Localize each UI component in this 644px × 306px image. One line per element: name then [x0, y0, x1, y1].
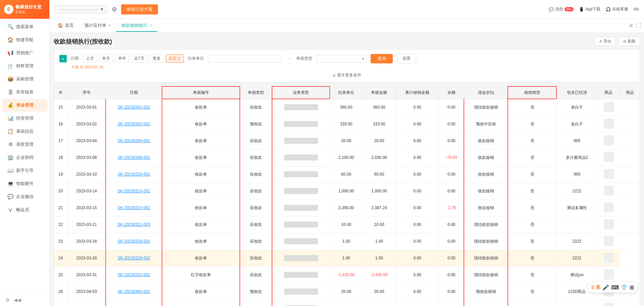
tab-bar: 🏠 首页 预计应付单 × 收款核销执行 × ✕ ⛶ [50, 19, 644, 33]
gear-icon[interactable]: ⚙ [112, 6, 117, 13]
this-year-btn[interactable]: 本年 [115, 54, 129, 63]
sidebar-icon-sales: 🛒 [7, 63, 13, 69]
sidebar-item-enterprise[interactable]: 🏢企业协同 [2, 151, 47, 164]
th-goods: 商品 [597, 86, 620, 99]
td-balance: 0.00 [396, 99, 439, 116]
td-biz-type: 应收款 [240, 166, 272, 183]
more-btn[interactable]: 更多 [150, 54, 164, 63]
grid-icon[interactable]: ⊞ [630, 284, 634, 291]
last-month-btn[interactable]: 上月 [83, 54, 97, 63]
td-cash-discount: 0.00 [439, 116, 464, 132]
voucher-type-select[interactable] [316, 55, 367, 63]
sidebar-item-system[interactable]: ⚙系统管理 [2, 138, 47, 151]
voucher-no-link[interactable]: SK-20230331-002 [118, 272, 150, 277]
tab-home[interactable]: 🏠 首页 [52, 20, 79, 32]
voucher-no-link[interactable]: SK-20230328-002 [118, 256, 150, 260]
table-row: 222023-03-21SK-20230321-003收款单应收款███████… [54, 216, 640, 233]
tab-pending[interactable]: 预计应付单 × [79, 20, 116, 32]
td-include-settled: 否 [508, 116, 556, 132]
td-accumulated: 360.00 [363, 99, 395, 116]
td-voucher-type: 收款单 [162, 99, 240, 116]
sidebar-item-search[interactable]: 🔍搜索菜单 [2, 20, 47, 33]
sidebar-item-purchase[interactable]: 📦采购管理 [2, 73, 47, 85]
table-row: 262023-04-03SK-20230403-002收款单预收款███████… [54, 283, 640, 300]
sidebar-item-wechat[interactable]: 💬企业微信 [2, 190, 47, 203]
shirt-icon[interactable]: 👕 [621, 284, 628, 291]
tab-pending-close[interactable]: × [108, 23, 111, 28]
refresh-button[interactable]: ↺ 刷新 [619, 37, 640, 46]
query-button[interactable]: 查询 [371, 54, 393, 63]
mic-icon[interactable]: 🎤 [602, 284, 609, 291]
td-biz-type: 预收款 [240, 116, 272, 132]
sidebar-item-finance[interactable]: 💰资金管理 [2, 99, 47, 112]
export-icon: ↗ [599, 39, 602, 44]
dropdown-arrow-icon: ▼ [100, 7, 104, 12]
export-button[interactable]: ↗ 导出 [594, 37, 616, 46]
td-goods: 2222 [556, 250, 597, 266]
module-dropdown[interactable]: ────────────── ▼ [55, 5, 108, 13]
voucher-no-link[interactable]: SK-20230321-003 [118, 222, 150, 227]
service-action[interactable]: 🎧 在线客服 [606, 6, 628, 12]
td-biz-type: 应收款 [240, 132, 272, 149]
td-voucher-type: 收款单 [162, 199, 240, 216]
solution-button[interactable]: 体验行业方案 [121, 4, 158, 14]
voucher-no-link[interactable]: SK-20230304-001 [118, 138, 150, 143]
message-action[interactable]: 💬 消息 99+ [549, 6, 574, 12]
collapse-icon[interactable]: ◀◀ [14, 297, 21, 303]
counter-party-input[interactable] [208, 55, 282, 63]
td-include-settled: 否 [508, 132, 556, 149]
voucher-type-label: 单据类型 [296, 56, 312, 61]
td-counter-party: ██████████ [272, 99, 330, 116]
td-goods2 [597, 300, 620, 306]
sidebar-item-operation[interactable]: 📊经营管理 [2, 112, 47, 125]
sidebar-item-marketing[interactable]: 📢营销推广 [2, 47, 47, 59]
settings-button[interactable]: 设置 [397, 54, 416, 63]
td-cancel-type: 现结收款核销 [464, 266, 508, 283]
td-amount: 100.00 [330, 300, 363, 306]
app-download-action[interactable]: 📱 App下载 [579, 6, 600, 12]
sidebar-item-member[interactable]: V畅会员 [2, 203, 47, 216]
sidebar-label-inventory: 库存核算 [16, 89, 34, 95]
td-counter-party: ██████████ [272, 183, 330, 199]
td-accumulated: 1.00 [363, 233, 395, 250]
last7-btn[interactable]: 近7天 [131, 54, 148, 63]
voucher-no-link[interactable]: SK-20230310-001 [118, 172, 150, 177]
filter-collapse-button[interactable]: » [59, 55, 67, 62]
voucher-no-link[interactable]: SK-20230403-002 [118, 289, 150, 294]
td-balance: 0.00 [396, 149, 439, 166]
settings-icon[interactable]: ⚙ [5, 297, 10, 303]
voucher-no-link[interactable]: SK-20230301-002 [118, 105, 150, 110]
expand-more-row[interactable]: ∨ 展开更多条件 [59, 72, 634, 78]
sidebar-item-hardware[interactable]: 💻智能硬件 [2, 177, 47, 190]
voucher-no-link[interactable]: SK-20230314-001 [118, 189, 150, 193]
voucher-no-link[interactable]: SK-20230308-001 [118, 155, 150, 160]
this-month-btn[interactable]: 本月 [99, 54, 113, 63]
fullscreen-icon[interactable]: ⛶ [636, 23, 641, 29]
sidebar-item-sales[interactable]: 🛒销售管理 [2, 60, 47, 72]
date-range-display: 不限 至 2023-07-26 [71, 65, 634, 70]
sidebar-item-quicknav[interactable]: 🏠快捷导航 [2, 34, 47, 46]
td-cash-discount: 0.00 [439, 233, 464, 250]
tab-collection-close[interactable]: × [150, 23, 152, 28]
table-scroll[interactable]: ⚙ 序号 日期 单据编号 单据类型 业务类型 往来单位 单据金额 累计核销金额 … [54, 86, 640, 306]
sidebar-item-basic[interactable]: 📋基础信息 [2, 125, 47, 138]
td-voucher-no: SK-20230301-002 [106, 99, 162, 116]
sidebar-item-guide[interactable]: 📖新手引导 [2, 164, 47, 177]
close-all-icon[interactable]: ✕ [629, 22, 633, 29]
sidebar-item-inventory[interactable]: 🗄库存核算 [2, 86, 47, 99]
th-settings[interactable]: ⚙ [54, 86, 67, 99]
main-area: ────────────── ▼ ⚙ 体验行业方案 💬 消息 99+ 📱 App… [50, 0, 644, 306]
user-name[interactable]: Rit [634, 7, 639, 12]
td-voucher-no: SK-20230328-001 [106, 233, 162, 250]
voucher-no-link[interactable]: SK-20230328-001 [118, 239, 150, 244]
voucher-no-link[interactable]: SK-20230315-002 [118, 205, 150, 210]
table-row: 272023-04-08SK-20230408-001收款单应收款███████… [54, 300, 640, 306]
keyboard-icon[interactable]: ⌨ [611, 284, 619, 291]
td-date: 2023-03-04 [67, 132, 106, 149]
custom-btn[interactable]: 自定义 [166, 54, 184, 63]
sidebar-label-guide: 新手引导 [16, 168, 34, 174]
voucher-no-link[interactable]: SK-20230302-002 [118, 122, 150, 126]
td-include-settled: 否 [508, 283, 556, 300]
sidebar-label-search: 搜索菜单 [16, 24, 34, 30]
tab-collection[interactable]: 收款核销执行 × [116, 20, 157, 32]
